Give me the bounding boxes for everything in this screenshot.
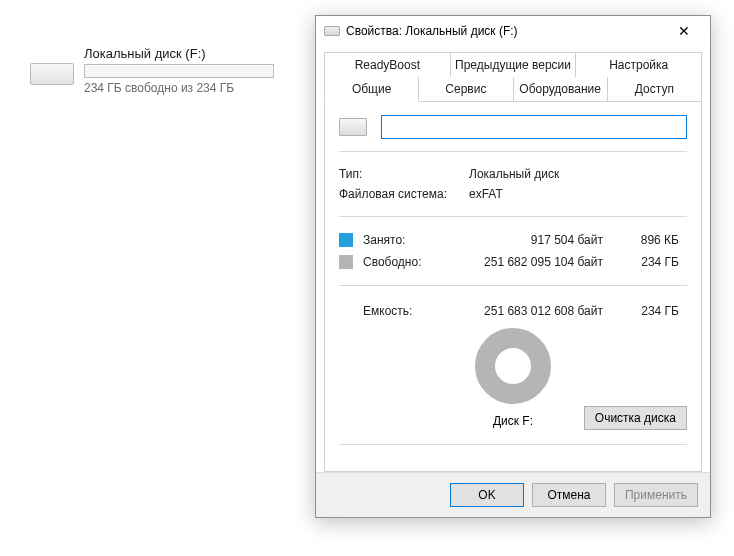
divider bbox=[339, 444, 687, 445]
drive-label: Локальный диск (F:) bbox=[84, 46, 274, 61]
free-label: Свободно: bbox=[363, 255, 469, 269]
capacity-human: 234 ГБ bbox=[619, 304, 679, 318]
disk-cleanup-button[interactable]: Очистка диска bbox=[584, 406, 687, 430]
tab-general[interactable]: Общие bbox=[324, 77, 419, 102]
drive-icon bbox=[324, 26, 340, 36]
dialog-button-row: OK Отмена Применить bbox=[316, 472, 710, 517]
cancel-button[interactable]: Отмена bbox=[532, 483, 606, 507]
drive-text: Локальный диск (F:) 234 ГБ свободно из 2… bbox=[84, 46, 274, 95]
type-label: Тип: bbox=[339, 167, 469, 181]
capacity-label: Емкость: bbox=[363, 304, 469, 318]
divider bbox=[339, 216, 687, 217]
properties-dialog: Свойства: Локальный диск (F:) ✕ ReadyBoo… bbox=[315, 15, 711, 518]
used-label: Занято: bbox=[363, 233, 469, 247]
free-human: 234 ГБ bbox=[619, 255, 679, 269]
filesystem-value: exFAT bbox=[469, 187, 687, 201]
divider bbox=[339, 285, 687, 286]
drive-icon bbox=[339, 118, 367, 136]
drive-icon bbox=[30, 57, 74, 85]
used-human: 896 КБ bbox=[619, 233, 679, 247]
ok-button[interactable]: OK bbox=[450, 483, 524, 507]
free-swatch bbox=[339, 255, 353, 269]
used-bytes: 917 504 байт bbox=[469, 233, 619, 247]
close-button[interactable]: ✕ bbox=[661, 17, 706, 45]
free-row: Свободно: 251 682 095 104 байт 234 ГБ bbox=[339, 251, 687, 273]
close-icon: ✕ bbox=[678, 23, 690, 39]
explorer-drive-item[interactable]: Локальный диск (F:) 234 ГБ свободно из 2… bbox=[30, 46, 274, 95]
tab-panel-general: Тип: Локальный диск Файловая система: ex… bbox=[324, 101, 702, 472]
type-value: Локальный диск bbox=[469, 167, 687, 181]
tab-tools[interactable]: Сервис bbox=[419, 77, 513, 102]
used-swatch bbox=[339, 233, 353, 247]
titlebar[interactable]: Свойства: Локальный диск (F:) ✕ bbox=[316, 16, 710, 46]
tab-customize[interactable]: Настройка bbox=[576, 52, 702, 77]
used-row: Занято: 917 504 байт 896 КБ bbox=[339, 229, 687, 251]
dialog-title: Свойства: Локальный диск (F:) bbox=[346, 24, 661, 38]
tab-hardware[interactable]: Оборудование bbox=[514, 77, 608, 102]
pie-label: Диск F: bbox=[493, 414, 533, 428]
filesystem-label: Файловая система: bbox=[339, 187, 469, 201]
apply-button[interactable]: Применить bbox=[614, 483, 698, 507]
tab-previous-versions[interactable]: Предыдущие версии bbox=[451, 52, 577, 77]
tab-sharing[interactable]: Доступ bbox=[608, 77, 702, 102]
volume-label-input[interactable] bbox=[381, 115, 687, 139]
drive-usage-bar bbox=[84, 64, 274, 78]
capacity-bytes: 251 683 012 608 байт bbox=[469, 304, 619, 318]
usage-pie-chart bbox=[475, 328, 551, 404]
tab-readyboost[interactable]: ReadyBoost bbox=[324, 52, 451, 77]
drive-free-text: 234 ГБ свободно из 234 ГБ bbox=[84, 81, 274, 95]
free-bytes: 251 682 095 104 байт bbox=[469, 255, 619, 269]
tabs: ReadyBoost Предыдущие версии Настройка О… bbox=[316, 46, 710, 472]
divider bbox=[339, 151, 687, 152]
capacity-row: Емкость: 251 683 012 608 байт 234 ГБ bbox=[339, 298, 687, 322]
